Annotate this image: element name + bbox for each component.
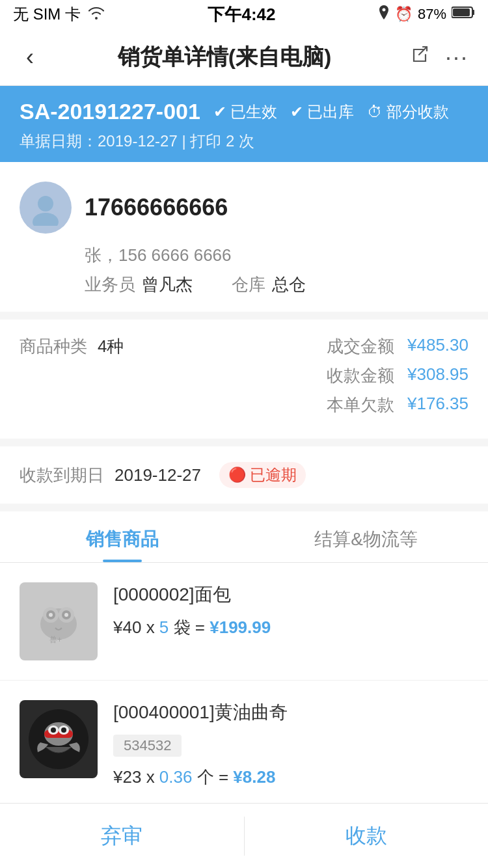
product-item-2: [000400001]黄油曲奇 534532 ¥23 x 0.36 个 = ¥8… — [0, 681, 488, 809]
deal-label: 成交金额 — [327, 335, 394, 358]
badge-shipped: ✔ 已出库 — [290, 102, 354, 122]
received-label: 收款金额 — [327, 364, 394, 387]
product-thumb-2 — [20, 700, 98, 778]
product-name-1: [0000002]面包 — [113, 582, 468, 607]
clock-icon: ⏱ — [367, 103, 383, 121]
check-icon-1: ✔ — [213, 103, 226, 121]
product-qty-2: 0.36 — [159, 767, 193, 787]
summary-section: 商品种类 4种 成交金额 ¥485.30 收款金额 ¥308.95 本单欠款 ¥… — [0, 319, 488, 439]
kind-value: 4种 — [98, 335, 124, 358]
product-info-2: [000400001]黄油曲奇 534532 ¥23 x 0.36 个 = ¥8… — [113, 700, 468, 789]
status-left: 无 SIM 卡 — [13, 4, 105, 25]
product-list: 兽+ [0000002]面包 ¥40 x 5 袋 = ¥199.99 — [0, 563, 488, 809]
svg-point-4 — [33, 213, 59, 226]
svg-point-19 — [61, 727, 66, 733]
customer-detail: 张，156 6666 6666 — [20, 244, 468, 267]
customer-name: 17666666666 — [85, 194, 228, 221]
product-item-1: 兽+ [0000002]面包 ¥40 x 5 袋 = ¥199.99 — [0, 563, 488, 681]
svg-rect-1 — [472, 10, 474, 15]
bottom-bar: 弃审 收款 — [0, 803, 488, 868]
badge-effective: ✔ 已生效 — [213, 102, 277, 122]
badge-partial: ⏱ 部分收款 — [367, 102, 449, 122]
customer-staff-row: 业务员 曾凡杰 仓库 总仓 — [20, 273, 468, 296]
warehouse-value: 总仓 — [272, 273, 306, 296]
product-thumb-1: 兽+ — [20, 582, 98, 660]
sim-status: 无 SIM 卡 — [13, 4, 81, 25]
svg-point-18 — [51, 727, 56, 733]
check-icon-2: ✔ — [290, 103, 303, 121]
product-price-1: ¥40 x 5 袋 = ¥199.99 — [113, 616, 468, 639]
overdue-icon: 🔴 — [228, 467, 246, 483]
tab-sales[interactable]: 销售商品 — [0, 511, 244, 562]
order-meta: 单据日期：2019-12-27 | 打印 2 次 — [20, 131, 468, 152]
tabs-section: 销售商品 结算&物流等 — [0, 511, 488, 563]
nav-bar: ‹ 销货单详情(来自电脑) ··· — [0, 29, 488, 86]
order-header-banner: SA-20191227-001 ✔ 已生效 ✔ 已出库 ⏱ 部分收款 单据日期：… — [0, 86, 488, 162]
status-right: ⏰ 87% — [378, 5, 475, 23]
product-qty-1: 5 — [159, 617, 169, 637]
wifi-icon — [87, 5, 105, 23]
customer-avatar — [20, 182, 72, 234]
svg-point-10 — [49, 613, 53, 617]
product-info-1: [0000002]面包 ¥40 x 5 袋 = ¥199.99 — [113, 582, 468, 639]
kind-label: 商品种类 — [20, 335, 87, 358]
alarm-icon: ⏰ — [395, 6, 413, 23]
more-icon[interactable]: ··· — [445, 44, 468, 71]
amount-summary: 成交金额 ¥485.30 收款金额 ¥308.95 本单欠款 ¥176.35 — [327, 335, 468, 423]
product-total-1: ¥199.99 — [210, 617, 271, 637]
status-time: 下午4:42 — [208, 3, 275, 26]
svg-point-3 — [38, 196, 53, 211]
product-price-2: ¥23 x 0.36 个 = ¥8.28 — [113, 766, 468, 789]
location-icon — [378, 5, 390, 23]
nav-title: 销货单详情(来自电脑) — [118, 42, 332, 72]
cancel-button[interactable]: 弃审 — [0, 804, 244, 868]
svg-rect-2 — [453, 8, 470, 16]
svg-point-11 — [64, 613, 68, 617]
due-date: 2019-12-27 — [115, 465, 201, 485]
product-name-2: [000400001]黄油曲奇 — [113, 700, 468, 725]
battery-text: 87% — [418, 6, 446, 23]
tab-settlement[interactable]: 结算&物流等 — [244, 511, 488, 562]
battery-icon — [452, 6, 475, 23]
product-batch-2: 534532 — [113, 735, 182, 757]
overdue-badge: 🔴 已逾期 — [219, 462, 306, 488]
nav-actions: ··· — [409, 44, 468, 71]
due-section: 收款到期日 2019-12-27 🔴 已逾期 — [0, 446, 488, 504]
product-total-2: ¥8.28 — [233, 767, 275, 787]
collect-button[interactable]: 收款 — [245, 804, 489, 868]
owed-label: 本单欠款 — [327, 394, 394, 416]
received-value: ¥308.95 — [407, 364, 468, 387]
order-id: SA-20191227-001 — [20, 99, 200, 124]
svg-text:兽+: 兽+ — [49, 635, 62, 644]
staff-label: 业务员 — [85, 273, 135, 296]
owed-value: ¥176.35 — [407, 394, 468, 416]
customer-section: 17666666666 张，156 6666 6666 业务员 曾凡杰 仓库 总… — [0, 162, 488, 312]
warehouse-label: 仓库 — [232, 273, 265, 296]
share-icon[interactable] — [409, 44, 429, 70]
back-button[interactable]: ‹ — [20, 37, 40, 77]
due-label: 收款到期日 — [20, 464, 104, 487]
tab-underline — [103, 560, 142, 562]
status-bar: 无 SIM 卡 下午4:42 ⏰ 87% — [0, 0, 488, 29]
deal-value: ¥485.30 — [407, 335, 468, 358]
staff-value: 曾凡杰 — [142, 273, 193, 296]
